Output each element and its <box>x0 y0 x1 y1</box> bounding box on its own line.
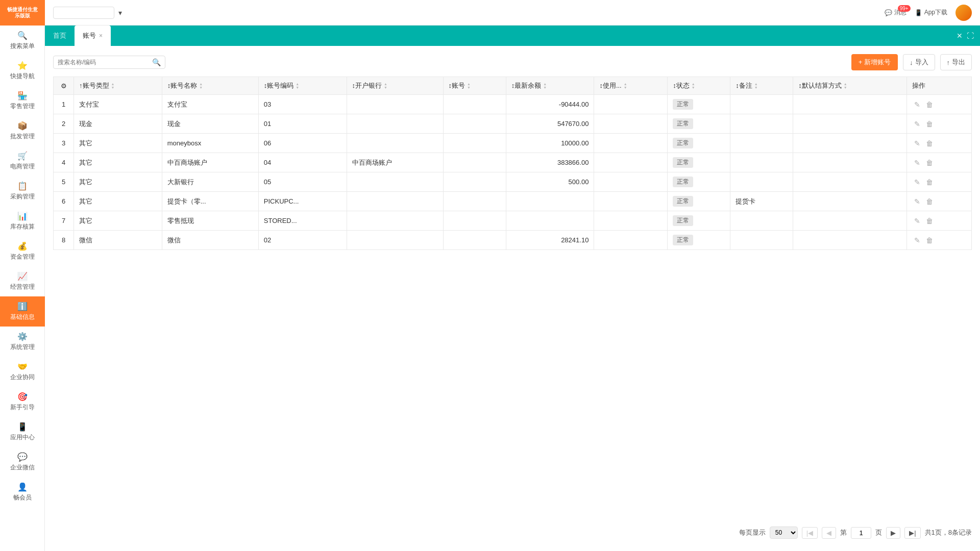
delete-btn[interactable]: 🗑 <box>924 196 935 207</box>
tab-account[interactable]: 账号 × <box>75 26 111 46</box>
tab-home[interactable]: 首页 <box>45 26 75 46</box>
sidebar-label-beginner-guide: 新手引导 <box>10 403 35 412</box>
sidebar-item-quick-nav[interactable]: ⭐快捷导航 <box>0 56 45 86</box>
search-icon[interactable]: 🔍 <box>152 58 161 66</box>
table-row: 6 其它 提货卡（零... PICKUPC... 正常 提货卡 ✎ 🗑 <box>54 192 972 211</box>
edit-btn[interactable]: ✎ <box>912 99 922 110</box>
add-account-button[interactable]: + 新增账号 <box>851 54 898 70</box>
cell-usage <box>594 153 668 172</box>
edit-btn[interactable]: ✎ <box>912 119 922 129</box>
col-settings[interactable]: ⚙ <box>54 77 74 95</box>
delete-btn[interactable]: 🗑 <box>924 158 935 168</box>
col-account[interactable]: ↕账号▲▼ <box>443 77 506 95</box>
cell-usage <box>594 172 668 192</box>
tab-close-icon[interactable]: ✕ <box>957 32 963 40</box>
sidebar-item-enterprise-agreement[interactable]: 🤝企业协同 <box>0 357 45 387</box>
col-bank[interactable]: ↕开户银行▲▼ <box>347 77 443 95</box>
cell-account <box>443 114 506 134</box>
edit-btn[interactable]: ✎ <box>912 196 922 207</box>
sidebar-item-member[interactable]: 👤畅会员 <box>0 477 45 507</box>
sidebar-item-finance-mgmt[interactable]: 💰资金管理 <box>0 236 45 266</box>
toolbar-right: + 新增账号 ↓ 导入 ↑ 导出 <box>851 54 972 70</box>
col-usage[interactable]: ↕使用...▲▼ <box>594 77 668 95</box>
delete-btn[interactable]: 🗑 <box>924 99 935 110</box>
delete-btn[interactable]: 🗑 <box>924 216 935 226</box>
sidebar-item-purchase-mgmt[interactable]: 📋采购管理 <box>0 176 45 206</box>
cell-balance: 547670.00 <box>506 114 594 134</box>
col-status[interactable]: ↕状态▲▼ <box>668 77 730 95</box>
table-wrap: ⚙ ↑账号类型▲▼ ↕账号名称▲▼ ↕账号编码▲▼ ↕开户银行▲▼ ↕账号▲▼ … <box>53 77 972 516</box>
next-page-btn[interactable]: ▶ <box>886 527 900 539</box>
sidebar-item-beginner-guide[interactable]: 🎯新手引导 <box>0 387 45 417</box>
cell-action: ✎ 🗑 <box>906 114 971 134</box>
col-name[interactable]: ↕账号名称▲▼ <box>162 77 258 95</box>
cell-code: 04 <box>258 153 347 172</box>
delete-btn[interactable]: 🗑 <box>924 138 935 148</box>
delete-btn[interactable]: 🗑 <box>924 177 935 187</box>
sidebar-item-search-menu[interactable]: 🔍搜索菜单 <box>0 26 45 56</box>
sidebar-icon-ecommerce-mgmt: 🛒 <box>17 151 28 161</box>
edit-btn[interactable]: ✎ <box>912 158 922 168</box>
edit-btn[interactable]: ✎ <box>912 177 922 187</box>
cell-usage <box>594 231 668 250</box>
page-input[interactable] <box>851 527 871 539</box>
search-input[interactable] <box>58 59 150 66</box>
col-default-settle[interactable]: ↕默认结算方式▲▼ <box>793 77 906 95</box>
cell-type: 其它 <box>74 211 162 231</box>
sidebar-label-basic-info: 基础信息 <box>10 313 35 321</box>
import-button[interactable]: ↓ 导入 <box>903 54 935 70</box>
cell-remark <box>730 114 793 134</box>
download-label: App下载 <box>924 8 947 17</box>
messages-btn[interactable]: 💬 消息 99+ <box>885 8 906 17</box>
first-page-btn[interactable]: |◀ <box>802 527 818 539</box>
download-btn[interactable]: 📱 App下载 <box>915 8 947 17</box>
last-page-btn[interactable]: ▶| <box>904 527 920 539</box>
sidebar-item-retail-mgmt[interactable]: 🏪零售管理 <box>0 86 45 116</box>
cell-bank <box>347 114 443 134</box>
cell-remark <box>730 153 793 172</box>
sidebar-item-ops-mgmt[interactable]: 📈经营管理 <box>0 266 45 296</box>
col-type[interactable]: ↑账号类型▲▼ <box>74 77 162 95</box>
delete-btn[interactable]: 🗑 <box>924 235 935 245</box>
sidebar-icon-app-center: 📱 <box>17 422 28 432</box>
tab-maximize-icon[interactable]: ⛶ <box>967 32 974 40</box>
cell-status: 正常 <box>668 172 730 192</box>
cell-account <box>443 192 506 211</box>
sidebar-item-app-center[interactable]: 📱应用中心 <box>0 417 45 447</box>
sidebar-item-ecommerce-mgmt[interactable]: 🛒电商管理 <box>0 146 45 176</box>
sidebar-label-quick-nav: 快捷导航 <box>10 72 35 81</box>
tab-close-btn[interactable]: × <box>99 32 103 39</box>
tab-home-label: 首页 <box>53 31 66 40</box>
cell-default-settle <box>793 114 906 134</box>
export-button[interactable]: ↑ 导出 <box>940 54 972 70</box>
sidebar-icon-beginner-guide: 🎯 <box>17 392 28 402</box>
col-code[interactable]: ↕账号编码▲▼ <box>258 77 347 95</box>
sidebar-item-system-mgmt[interactable]: ⚙️系统管理 <box>0 327 45 357</box>
cell-type: 其它 <box>74 134 162 153</box>
top-search-input[interactable] <box>53 7 114 19</box>
cell-status: 正常 <box>668 153 730 172</box>
sidebar-item-inventory-check[interactable]: 📊库存核算 <box>0 206 45 236</box>
avatar[interactable] <box>955 5 972 21</box>
cell-usage <box>594 211 668 231</box>
delete-btn[interactable]: 🗑 <box>924 119 935 129</box>
sidebar-label-enterprise-agreement: 企业协同 <box>10 373 35 382</box>
per-page-select[interactable]: 50 20 100 <box>770 527 798 539</box>
cell-action: ✎ 🗑 <box>906 211 971 231</box>
sidebar-item-basic-info[interactable]: ℹ️基础信息 <box>0 296 45 327</box>
edit-btn[interactable]: ✎ <box>912 138 922 148</box>
table-row: 4 其它 中百商场账户 04 中百商场账户 383866.00 正常 ✎ 🗑 <box>54 153 972 172</box>
cell-code: 05 <box>258 172 347 192</box>
messages-badge: 99+ <box>898 5 911 12</box>
col-balance[interactable]: ↕最新余额▲▼ <box>506 77 594 95</box>
cell-code: 02 <box>258 231 347 250</box>
edit-btn[interactable]: ✎ <box>912 235 922 245</box>
edit-btn[interactable]: ✎ <box>912 216 922 226</box>
cell-balance <box>506 211 594 231</box>
prev-page-btn[interactable]: ◀ <box>822 527 836 539</box>
sidebar-item-enterprise-wechat[interactable]: 💬企业微信 <box>0 447 45 477</box>
col-remark[interactable]: ↕备注▲▼ <box>730 77 793 95</box>
dropdown-btn[interactable]: ▾ <box>118 9 122 17</box>
cell-name: 现金 <box>162 114 258 134</box>
sidebar-item-wholesale-mgmt[interactable]: 📦批发管理 <box>0 116 45 146</box>
